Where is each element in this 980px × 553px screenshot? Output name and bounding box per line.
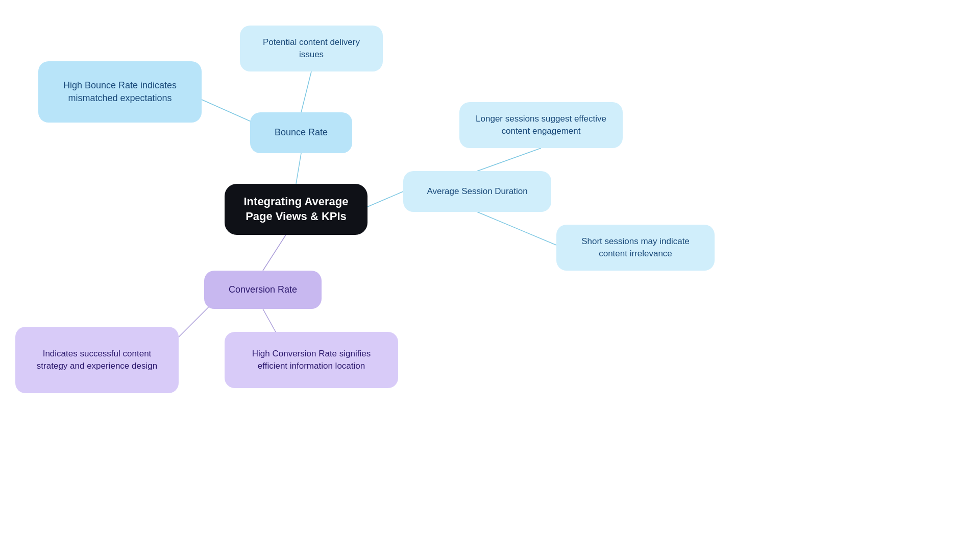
- high-conversion-label: High Conversion Rate signifies efficient…: [237, 348, 386, 372]
- indicates-successful-label: Indicates successful content strategy an…: [28, 348, 166, 372]
- avg-session-label: Average Session Duration: [427, 185, 527, 198]
- svg-line-3: [368, 191, 403, 207]
- potential-delivery-label: Potential content delivery issues: [252, 36, 371, 61]
- conversion-rate-node: Conversion Rate: [204, 271, 322, 309]
- potential-delivery-node: Potential content delivery issues: [240, 26, 383, 71]
- svg-line-5: [477, 212, 556, 245]
- high-bounce-node: High Bounce Rate indicates mismatched ex…: [38, 61, 202, 123]
- short-sessions-node: Short sessions may indicate content irre…: [556, 225, 715, 271]
- bounce-rate-label: Bounce Rate: [275, 126, 328, 139]
- longer-sessions-node: Longer sessions suggest effective conten…: [459, 102, 623, 148]
- avg-session-node: Average Session Duration: [403, 171, 551, 212]
- high-bounce-label: High Bounce Rate indicates mismatched ex…: [51, 79, 189, 105]
- longer-sessions-label: Longer sessions suggest effective conten…: [472, 113, 610, 137]
- svg-line-2: [301, 71, 311, 112]
- indicates-successful-node: Indicates successful content strategy an…: [15, 327, 179, 393]
- conversion-rate-label: Conversion Rate: [229, 283, 297, 296]
- svg-line-4: [477, 148, 541, 171]
- center-node-label: Integrating Average Page Views & KPIs: [235, 195, 357, 224]
- bounce-rate-node: Bounce Rate: [250, 112, 352, 153]
- center-node: Integrating Average Page Views & KPIs: [225, 184, 368, 235]
- svg-line-8: [263, 309, 276, 332]
- high-conversion-node: High Conversion Rate signifies efficient…: [225, 332, 398, 388]
- svg-line-6: [263, 235, 286, 271]
- svg-line-0: [296, 153, 301, 184]
- short-sessions-label: Short sessions may indicate content irre…: [569, 235, 702, 260]
